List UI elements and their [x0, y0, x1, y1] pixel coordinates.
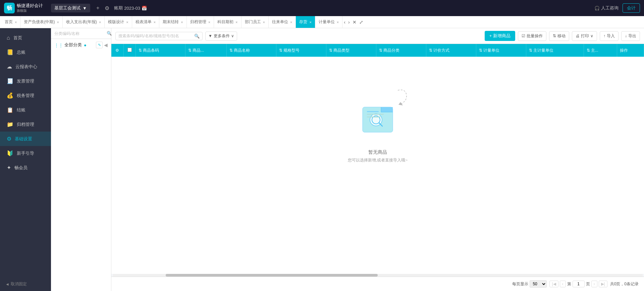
tab-close-all-button[interactable]: ✕ — [351, 19, 358, 25]
prev-page-button[interactable]: ‹ — [560, 281, 566, 287]
tab-inventory-label: 存货 — [299, 19, 307, 25]
tab-home[interactable]: 首页 × — [1, 16, 20, 28]
company-selector[interactable]: 基层工会测试 ▼ — [51, 4, 90, 12]
consult-button[interactable]: 🎧 人工咨询 — [594, 5, 619, 11]
col-price-method[interactable]: ⇅ 计价方式 — [426, 44, 476, 57]
import-button[interactable]: ↑ 导入 — [600, 31, 619, 41]
first-page-button[interactable]: |◀ — [549, 281, 558, 287]
sidebar-item-closing[interactable]: 📋 结账 — [0, 103, 51, 117]
col-spec-sort: ⇅ — [279, 48, 282, 53]
batch-operation-button[interactable]: ☑ 批量操作 — [518, 31, 546, 41]
tab-tax-close[interactable]: × — [154, 20, 156, 24]
sidebar-item-tax[interactable]: 💰 税务管理 — [0, 88, 51, 103]
tab-template-close[interactable]: × — [126, 20, 128, 24]
last-page-button[interactable]: ▶| — [599, 281, 607, 287]
svg-rect-7 — [367, 116, 380, 117]
tab-period-end[interactable]: 期末结转 × — [159, 16, 186, 28]
tab-period-end-label: 期末结转 — [163, 19, 179, 25]
col-main-unit[interactable]: ⇅ 主计量单位 — [526, 44, 584, 57]
col-spec[interactable]: ⇅ 规格型号 — [276, 44, 326, 57]
category-search-input[interactable] — [54, 31, 105, 36]
sidebar-item-settings[interactable]: ⚙ 基础设置 — [0, 132, 51, 146]
sidebar-item-vip[interactable]: ✦ 畅会员 — [0, 160, 51, 175]
tab-income-label: 收入支出表(年报) — [66, 19, 97, 25]
sidebar-item-invoice[interactable]: 🧾 发票管理 — [0, 74, 51, 88]
export-button[interactable]: ↓ 导出 — [621, 31, 640, 41]
horizontal-scrollbar[interactable] — [113, 274, 643, 277]
tab-template[interactable]: 模版设计 × — [105, 16, 132, 28]
scroll-thumb[interactable] — [166, 274, 378, 277]
top-actions: + ⚙ — [95, 4, 111, 13]
tab-income-close[interactable]: × — [99, 20, 101, 24]
col-extra[interactable]: ⇅ 主... — [584, 44, 617, 57]
sidebar-item-ledger[interactable]: 📒 总账 — [0, 45, 51, 59]
select-all-checkbox[interactable] — [127, 48, 132, 52]
tab-subject[interactable]: 科目期初 × — [214, 16, 241, 28]
tab-subject-close[interactable]: × — [235, 20, 237, 24]
sidebar-item-reports[interactable]: ☁ 云报表中心 — [0, 59, 51, 74]
all-category-item[interactable]: ⋮⋮ 全部分类 ● ✎ ◀ — [51, 39, 111, 51]
col-unit[interactable]: ⇅ 计量单位 — [476, 44, 526, 57]
main-layout: ⌂ 首页 📒 总账 ☁ 云报表中心 🧾 发票管理 💰 税务管理 📋 结账 📁 归… — [0, 28, 644, 291]
tab-archive-close[interactable]: × — [208, 20, 210, 24]
col-settings[interactable]: ⚙ — [111, 44, 123, 57]
tab-unit-close[interactable]: × — [337, 20, 339, 24]
tab-next-button[interactable]: › — [347, 19, 351, 25]
category-edit-button[interactable]: ✎ — [96, 42, 103, 48]
more-filter-button[interactable]: ▼ 更多条件 ∨ — [205, 32, 237, 41]
page-size-selector: 每页显示 10 20 50 100 — [512, 280, 547, 288]
tab-partner[interactable]: 往来单位 × — [269, 16, 296, 28]
per-page-select[interactable]: 10 20 50 100 — [530, 280, 547, 288]
tab-subject-label: 科目期初 — [217, 19, 233, 25]
tab-period-end-close[interactable]: × — [181, 20, 183, 24]
tab-home-close[interactable]: × — [15, 20, 17, 24]
col-extra-label: 主... — [591, 48, 598, 53]
page-number-input[interactable] — [573, 281, 585, 287]
col-unit-sort: ⇅ — [479, 48, 482, 53]
tab-tax[interactable]: 税表清单 × — [132, 16, 159, 28]
col-main-unit-sort: ⇅ — [529, 48, 532, 53]
all-category-label: 全部分类 — [64, 42, 82, 48]
col-checkbox[interactable] — [123, 44, 136, 57]
product-search-input[interactable] — [118, 34, 192, 38]
print-button[interactable]: 🖨 打印 ∨ — [572, 31, 597, 41]
app-name-area: 畅捷通好会计 旗舰版 — [17, 3, 43, 13]
tab-unit[interactable]: 计量单位 × — [315, 16, 342, 28]
tab-prev-button[interactable]: ‹ — [342, 19, 347, 25]
top-bar: 畅 畅捷通好会计 旗舰版 基层工会测试 ▼ + ⚙ 账期 2023-03 📅 🎧… — [0, 0, 644, 16]
tab-assets-close[interactable]: × — [57, 20, 59, 24]
tab-department[interactable]: 部门员工 × — [241, 16, 269, 28]
product-table-container: ⚙ ⇅ 商品条码 — [111, 44, 644, 274]
tab-inventory-close[interactable]: × — [309, 20, 311, 24]
table-header-row: ⚙ ⇅ 商品条码 — [111, 44, 644, 57]
category-collapse-button[interactable]: ◀ — [104, 42, 108, 48]
product-search-icon[interactable]: 🔍 — [194, 34, 200, 39]
tab-assets[interactable]: 资产负债表(中期) × — [20, 16, 62, 28]
unpin-button[interactable]: ◄ 取消固定 — [0, 277, 51, 291]
account-button[interactable]: 会计 — [623, 3, 640, 13]
sidebar-item-archiving[interactable]: 📁 归档管理 — [0, 117, 51, 132]
add-tab-button[interactable]: + — [95, 4, 101, 12]
tab-partner-close[interactable]: × — [290, 20, 292, 24]
print-chevron: ∨ — [590, 34, 593, 38]
move-icon: ⇅ — [553, 34, 556, 38]
sidebar-item-home[interactable]: ⌂ 首页 — [0, 31, 51, 45]
col-type[interactable]: ⇅ 商品类型 — [326, 44, 376, 57]
col-barcode[interactable]: ⇅ 商品条码 — [136, 44, 185, 57]
sidebar-item-guide[interactable]: 🔰 新手引导 — [0, 146, 51, 160]
period-info: 账期 2023-03 📅 — [114, 5, 147, 11]
tab-inventory[interactable]: 存货 × — [296, 16, 315, 28]
add-product-button[interactable]: + 新增商品 — [485, 31, 515, 41]
tab-department-close[interactable]: × — [263, 20, 265, 24]
next-page-button[interactable]: › — [591, 281, 597, 287]
move-button[interactable]: ⇅ 移动 — [549, 31, 569, 41]
settings-button[interactable]: ⚙ — [103, 4, 111, 13]
col-category[interactable]: ⇅ 商品分类 — [376, 44, 426, 57]
col-unit-label: 计量单位 — [483, 48, 499, 53]
calendar-icon[interactable]: 📅 — [142, 6, 147, 11]
tab-archive[interactable]: 归档管理 × — [187, 16, 214, 28]
col-name[interactable]: ⇅ 商品名称 — [226, 44, 276, 57]
col-code[interactable]: ⇅ 商品... — [185, 44, 226, 57]
tab-expand-button[interactable]: ⤢ — [358, 19, 365, 25]
tab-income[interactable]: 收入支出表(年报) × — [63, 16, 105, 28]
